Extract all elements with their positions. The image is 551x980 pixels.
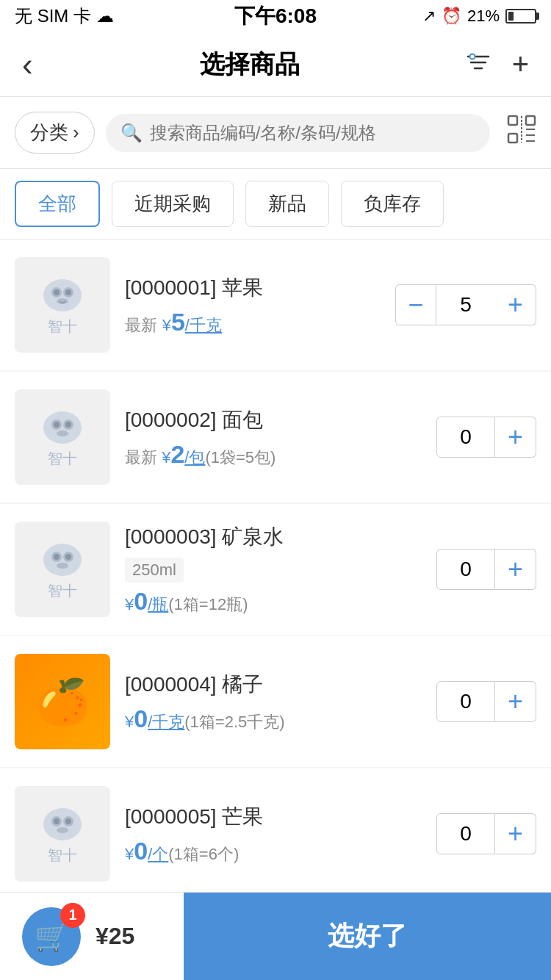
- qty-input[interactable]: [436, 549, 495, 590]
- qty-input[interactable]: [436, 417, 495, 458]
- nav-bar: ‹ 选择商品 +: [0, 32, 551, 97]
- status-left: 无 SIM 卡 ☁: [15, 4, 114, 28]
- list-item: 🍊 [0000004] 橘子 ¥0/千克(1箱=2.5千克) +: [0, 636, 551, 767]
- product-info: [0000004] 橘子 ¥0/千克(1箱=2.5千克): [125, 671, 422, 733]
- alarm-icon: ⏰: [442, 7, 461, 26]
- product-price: ¥0/个(1箱=6个): [125, 837, 422, 865]
- svg-point-14: [54, 289, 60, 295]
- product-image: 智十: [15, 786, 110, 882]
- page-title: 选择商品: [200, 48, 300, 82]
- status-right: ↗ ⏰ 21%: [422, 7, 536, 26]
- product-info: [0000003] 矿泉水 250ml ¥0/瓶(1箱=12瓶): [125, 523, 422, 616]
- qty-control: +: [436, 813, 536, 854]
- product-image: 🍊: [15, 654, 110, 749]
- status-bar: 无 SIM 卡 ☁ 下午6:08 ↗ ⏰ 21%: [0, 0, 551, 32]
- svg-point-17: [43, 411, 82, 444]
- tab-negative[interactable]: 负库存: [341, 181, 444, 227]
- search-icon: 🔍: [120, 123, 143, 143]
- product-image: 智十: [15, 389, 110, 485]
- battery-icon: [505, 9, 536, 24]
- qty-control: +: [436, 417, 536, 458]
- search-input[interactable]: [150, 123, 475, 143]
- bottom-bar: 🛒 1 ¥25 选好了: [0, 892, 551, 980]
- increase-button[interactable]: +: [495, 813, 536, 854]
- list-item: 智十 [0000002] 面包 最新 ¥2/包(1袋=5包) +: [0, 372, 551, 502]
- filter-search-bar: 分类 › 🔍: [0, 97, 551, 169]
- product-spec: 250ml: [125, 558, 184, 583]
- svg-rect-6: [508, 134, 517, 143]
- logo-text: 智十: [48, 449, 77, 469]
- logo-text: 智十: [48, 581, 77, 601]
- tabs-bar: 全部 近期采购 新品 负库存: [0, 169, 551, 239]
- increase-button[interactable]: +: [495, 549, 536, 590]
- svg-point-29: [43, 808, 82, 840]
- svg-point-20: [54, 422, 60, 428]
- filter-icon[interactable]: [467, 50, 490, 79]
- tab-recent[interactable]: 近期采购: [112, 181, 234, 227]
- increase-button[interactable]: +: [495, 284, 536, 325]
- product-info: [0000005] 芒果 ¥0/个(1箱=6个): [125, 803, 422, 865]
- product-image: 智十: [15, 257, 110, 353]
- cart-badge: 1: [60, 903, 85, 928]
- qty-input[interactable]: [436, 681, 495, 722]
- tab-new[interactable]: 新品: [245, 181, 329, 227]
- product-list: 智十 [0000001] 苹果 最新 ¥5/千克 − +: [0, 239, 551, 980]
- product-image: 智十: [15, 522, 110, 617]
- svg-point-34: [57, 827, 68, 833]
- svg-point-3: [469, 54, 475, 60]
- cart-area: 🛒 1 ¥25: [0, 907, 184, 966]
- qty-control: +: [436, 681, 536, 722]
- qty-control: − +: [395, 284, 536, 325]
- add-button[interactable]: +: [512, 48, 529, 81]
- list-item: 智十 [0000001] 苹果 最新 ¥5/千克 − +: [0, 239, 551, 370]
- svg-point-27: [65, 554, 71, 560]
- list-item: 智十 [0000003] 矿泉水 250ml ¥0/瓶(1箱=12瓶) +: [0, 504, 551, 635]
- confirm-button[interactable]: 选好了: [184, 893, 551, 981]
- increase-button[interactable]: +: [495, 681, 536, 722]
- product-info: [0000002] 面包 最新 ¥2/包(1袋=5包): [125, 406, 422, 469]
- latest-label: 最新: [125, 316, 157, 334]
- battery-percent: 21%: [467, 7, 500, 26]
- scan-icon[interactable]: [507, 115, 536, 151]
- product-name: [0000004] 橘子: [125, 671, 422, 699]
- product-price: 最新 ¥5/千克: [125, 308, 381, 336]
- status-time: 下午6:08: [234, 2, 317, 30]
- svg-point-11: [43, 279, 82, 311]
- svg-point-15: [65, 289, 71, 295]
- category-arrow-icon: ›: [73, 121, 79, 144]
- cart-total: ¥25: [96, 923, 134, 950]
- logo-text: 智十: [48, 317, 77, 336]
- svg-point-28: [57, 563, 68, 569]
- category-button[interactable]: 分类 ›: [15, 112, 95, 154]
- list-item: 智十 [0000005] 芒果 ¥0/个(1箱=6个) +: [0, 768, 551, 899]
- qty-input[interactable]: [436, 284, 495, 325]
- cart-button[interactable]: 🛒 1: [22, 907, 81, 966]
- svg-point-32: [54, 818, 60, 824]
- sim-status: 无 SIM 卡 ☁: [15, 4, 114, 28]
- increase-button[interactable]: +: [495, 417, 536, 458]
- svg-point-21: [65, 422, 71, 428]
- svg-point-22: [57, 430, 68, 436]
- tab-all[interactable]: 全部: [15, 181, 100, 227]
- product-price: 最新 ¥2/包(1袋=5包): [125, 440, 422, 469]
- product-name: [0000002] 面包: [125, 406, 422, 434]
- qty-input[interactable]: [436, 813, 495, 854]
- svg-point-16: [57, 298, 68, 304]
- product-price: ¥0/千克(1箱=2.5千克): [125, 705, 422, 733]
- category-label: 分类: [30, 120, 68, 145]
- svg-rect-4: [508, 116, 517, 125]
- svg-point-26: [54, 554, 60, 560]
- nav-actions: +: [467, 48, 529, 81]
- product-price: ¥0/瓶(1箱=12瓶): [125, 587, 422, 616]
- decrease-button[interactable]: −: [395, 284, 436, 325]
- location-icon: ↗: [422, 7, 436, 26]
- svg-point-33: [65, 818, 71, 824]
- product-name: [0000005] 芒果: [125, 803, 422, 831]
- product-info: [0000001] 苹果 最新 ¥5/千克: [125, 274, 381, 336]
- product-name: [0000003] 矿泉水: [125, 523, 422, 551]
- product-name: [0000001] 苹果: [125, 274, 381, 302]
- cart-icon: 🛒: [35, 920, 69, 953]
- search-box: 🔍: [106, 114, 490, 152]
- svg-point-23: [43, 544, 82, 576]
- back-button[interactable]: ‹: [22, 46, 33, 83]
